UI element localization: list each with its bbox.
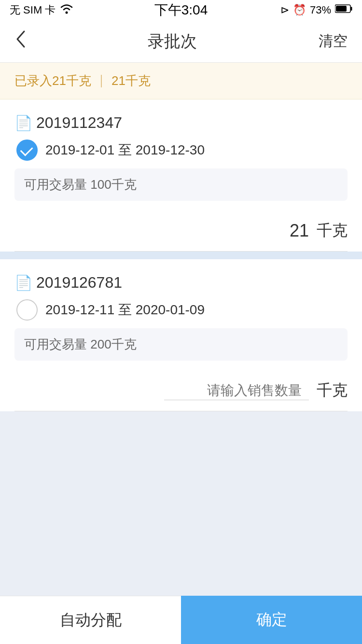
batch-date-1: 2019-12-01 至 2019-12-30 [45,141,205,159]
quantity-value-1: 21 [290,221,309,241]
quantity-row-1: 21 千克 [0,210,362,241]
page-title: 录批次 [148,30,197,53]
battery-icon [335,4,352,16]
total-label: 21千克 [111,72,151,89]
quantity-unit-1: 千克 [317,220,348,241]
batch-card-1: 📄 2019112347 2019-12-01 至 2019-12-30 可用交… [0,99,362,252]
batch-id-row-2: 📄 2019126781 [14,274,348,292]
battery-percent: 73% [310,4,331,16]
batch-id-row-1: 📄 2019112347 [14,114,348,132]
sim-text: 无 SIM 卡 [10,3,56,17]
batch-id-1: 2019112347 [36,114,122,132]
summary-bar: 已录入21千克 21千克 [0,63,362,99]
available-volume-2: 可用交易量 200千克 [24,337,137,351]
svg-point-0 [66,12,68,14]
available-volume-1: 可用交易量 100千克 [24,177,137,192]
batch-id-2: 2019126781 [36,274,122,292]
batch-date-row-2[interactable]: 2019-12-11 至 2020-01-09 [14,299,348,321]
back-button[interactable] [14,29,26,53]
status-right: ⊳ ⏰ 73% [280,4,352,16]
available-volume-box-2: 可用交易量 200千克 [14,328,348,361]
batch-date-row-1[interactable]: 2019-12-01 至 2019-12-30 [14,140,348,161]
batch-date-2: 2019-12-11 至 2020-01-09 [45,301,205,319]
radio-2[interactable] [16,299,38,321]
recorded-label: 已录入21千克 [14,72,91,89]
alarm-icon: ⏰ [293,4,306,16]
svg-rect-3 [336,6,347,12]
status-time: 下午3:04 [154,1,208,19]
wifi-icon [59,3,74,17]
document-icon-2: 📄 [14,274,32,291]
status-bar: 无 SIM 卡 下午3:04 ⊳ ⏰ 73% [0,0,362,20]
bottom-spacer [0,411,362,624]
placeholder-unit-2: 千克 [317,380,348,401]
confirm-button[interactable]: 确定 [181,596,362,644]
placeholder-row-2: 千克 [0,370,362,401]
nav-bar: 录批次 清空 [0,20,362,63]
batch-card-2: 📄 2019126781 2019-12-11 至 2020-01-09 可用交… [0,259,362,411]
available-volume-box-1: 可用交易量 100千克 [14,168,348,201]
bottom-bar: 自动分配 确定 [0,596,362,644]
document-icon-1: 📄 [14,114,32,131]
radio-1[interactable] [16,140,38,161]
quantity-input-2[interactable] [164,381,309,400]
status-left: 无 SIM 卡 [10,3,74,17]
svg-rect-2 [351,7,352,11]
card-separator [0,252,362,259]
location-icon: ⊳ [280,4,289,16]
auto-distribute-button[interactable]: 自动分配 [0,596,181,644]
clear-button[interactable]: 清空 [319,31,348,51]
summary-divider [101,75,102,87]
